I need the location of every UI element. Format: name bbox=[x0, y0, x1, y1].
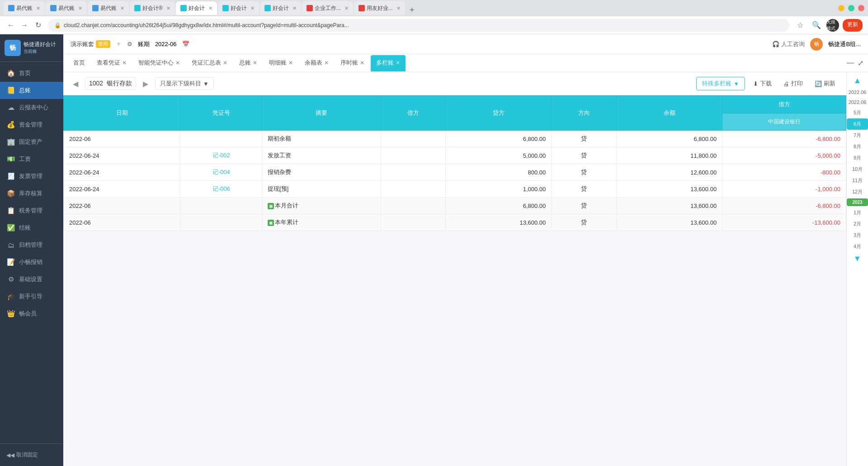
tab-close-2[interactable]: ✕ bbox=[120, 5, 124, 11]
page-tab-label-voucher-summary: 凭证汇总表 bbox=[192, 59, 221, 67]
sidebar-item-fixed-assets[interactable]: 🏢 固定资产 bbox=[0, 133, 63, 151]
tab-close-3[interactable]: ✕ bbox=[166, 5, 170, 11]
timeline-7月[interactable]: 7月 bbox=[847, 130, 868, 141]
next-account-button[interactable]: ▶ bbox=[141, 79, 151, 89]
page-tab-smart-voucher[interactable]: 智能凭证中心 ✕ bbox=[133, 55, 185, 71]
sidebar-item-funds[interactable]: 💰 资金管理 bbox=[0, 116, 63, 133]
page-tab-close-general[interactable]: ✕ bbox=[253, 60, 257, 66]
maximize-button[interactable] bbox=[848, 5, 854, 11]
page-tab-voucher-summary[interactable]: 凭证汇总表 ✕ bbox=[186, 55, 233, 71]
browser-tab-3[interactable]: 好会计® ✕ bbox=[130, 1, 175, 15]
page-tab-close-balance[interactable]: ✕ bbox=[324, 60, 329, 66]
cell-voucher-2[interactable]: 记-004 bbox=[180, 164, 262, 181]
tab-expand-icon[interactable]: ⤢ bbox=[858, 59, 863, 67]
browser-tab-2[interactable]: 易代账 ✕ bbox=[88, 1, 129, 15]
sidebar-item-close-period[interactable]: ✅ 结账 bbox=[0, 219, 63, 236]
reload-button[interactable]: ↻ bbox=[33, 20, 43, 31]
tab-close-4[interactable]: ✕ bbox=[208, 5, 212, 11]
timeline-2023-3月[interactable]: 3月 bbox=[847, 230, 868, 241]
timeline-2023-1月[interactable]: 1月 bbox=[847, 207, 868, 218]
top-bar: 演示账套 禁用 ▼ ⚙ 账期 2022-06 📅 🎧 人工咨询 畅 畅捷通B组.… bbox=[63, 34, 868, 54]
back-button[interactable]: ← bbox=[5, 20, 16, 31]
sidebar-item-inventory[interactable]: 📦 库存核算 bbox=[0, 185, 63, 202]
timeline-12月[interactable]: 12月 bbox=[847, 186, 868, 198]
minimize-button[interactable] bbox=[838, 5, 844, 11]
browser-tab-8[interactable]: 用友好业... ✕ bbox=[354, 1, 405, 15]
voucher-link-1[interactable]: 记-002 bbox=[212, 152, 230, 159]
sidebar-item-expense[interactable]: 📝 小畅报销 bbox=[0, 254, 63, 271]
help-button[interactable]: 🎧 人工咨询 bbox=[772, 40, 805, 48]
voucher-link-2[interactable]: 记-004 bbox=[212, 169, 230, 175]
sidebar-item-archive[interactable]: 🗂 归档管理 bbox=[0, 236, 63, 254]
page-tab-journal[interactable]: 序时账 ✕ bbox=[335, 55, 370, 71]
close-button[interactable] bbox=[858, 5, 864, 11]
page-tab-multi-col[interactable]: 多栏账 ✕ bbox=[371, 55, 406, 71]
browser-tab-0[interactable]: 易代账 ✕ bbox=[4, 1, 45, 15]
sidebar-item-ledger[interactable]: 📒 总账 bbox=[0, 82, 63, 99]
settings-gear-icon[interactable]: ⚙ bbox=[127, 41, 132, 47]
update-button[interactable]: 更新 bbox=[843, 19, 863, 32]
unpin-button[interactable]: ◀◀ 取消固定 bbox=[5, 448, 59, 461]
sidebar-item-invoice[interactable]: 🧾 发票管理 bbox=[0, 168, 63, 185]
page-tab-detail[interactable]: 明细账 ✕ bbox=[264, 55, 298, 71]
tab-close-0[interactable]: ✕ bbox=[36, 5, 40, 11]
timeline-11月[interactable]: 11月 bbox=[847, 175, 868, 186]
browser-tab-5[interactable]: 好会计 ✕ bbox=[218, 1, 259, 15]
page-tab-balance[interactable]: 余额表 ✕ bbox=[299, 55, 334, 71]
timeline-down-button[interactable]: ▼ bbox=[852, 252, 863, 265]
url-bar[interactable]: 🔒 cloud2.chanjet.com/accounting/uh26t264… bbox=[48, 19, 789, 32]
print-button[interactable]: 🖨 打印 bbox=[780, 78, 807, 89]
cell-voucher-3[interactable]: 记-006 bbox=[180, 181, 262, 198]
incognito-button[interactable]: 无痕模式 bbox=[826, 19, 839, 32]
tab-close-7[interactable]: ✕ bbox=[344, 5, 349, 11]
voucher-link-3[interactable]: 记-006 bbox=[212, 185, 230, 192]
sidebar-item-guide[interactable]: 🎓 新手引导 bbox=[0, 288, 63, 305]
sidebar-item-cloud-reports[interactable]: ☁ 云报表中心 bbox=[0, 99, 63, 116]
timeline-8月[interactable]: 8月 bbox=[847, 141, 868, 152]
browser-tab-7[interactable]: 企业工作... ✕ bbox=[302, 1, 353, 15]
search-icon[interactable]: 🔍 bbox=[810, 19, 823, 32]
browser-tab-6[interactable]: 好会计 ✕ bbox=[260, 1, 301, 15]
timeline-6月[interactable]: 6月 bbox=[847, 118, 868, 130]
cell-voucher-1[interactable]: 记-002 bbox=[180, 147, 262, 164]
tab-close-6[interactable]: ✕ bbox=[292, 5, 297, 11]
sidebar-item-member[interactable]: 👑 畅会员 bbox=[0, 305, 63, 322]
timeline-2022-06-second[interactable]: 2022.06 bbox=[847, 97, 868, 107]
tab-close-8[interactable]: ✕ bbox=[396, 5, 401, 11]
page-tab-close-smart[interactable]: ✕ bbox=[175, 60, 180, 66]
prev-account-button[interactable]: ◀ bbox=[71, 79, 80, 89]
page-tab-close-journal[interactable]: ✕ bbox=[360, 60, 364, 66]
page-tab-close-voucher[interactable]: ✕ bbox=[122, 60, 127, 66]
sidebar-item-settings[interactable]: ⚙ 基础设置 bbox=[0, 271, 63, 288]
download-button[interactable]: ⬇ 下载 bbox=[750, 78, 775, 89]
sidebar-item-tax[interactable]: 📋 税务管理 bbox=[0, 202, 63, 219]
page-tab-home[interactable]: 首页 bbox=[68, 55, 90, 71]
new-tab-button[interactable]: + bbox=[406, 5, 418, 15]
tab-close-5[interactable]: ✕ bbox=[250, 5, 255, 11]
timeline-9月[interactable]: 9月 bbox=[847, 152, 868, 164]
timeline-10月[interactable]: 10月 bbox=[847, 164, 868, 175]
page-tab-close-detail[interactable]: ✕ bbox=[288, 60, 293, 66]
refresh-button[interactable]: 🔄 刷新 bbox=[811, 78, 839, 89]
page-tab-close-multi[interactable]: ✕ bbox=[396, 60, 400, 66]
bookmark-icon[interactable]: ☆ bbox=[794, 19, 807, 32]
timeline-up-button[interactable]: ▲ bbox=[852, 74, 863, 87]
sidebar-item-home[interactable]: 🏠 首页 bbox=[0, 65, 63, 82]
forward-button[interactable]: → bbox=[19, 20, 30, 31]
tab-close-1[interactable]: ✕ bbox=[78, 5, 82, 11]
account-selector[interactable]: 1002 银行存款 bbox=[85, 77, 136, 90]
filter-button[interactable]: 只显示下级科目 ▼ bbox=[155, 77, 214, 90]
page-tab-close-voucher-summary[interactable]: ✕ bbox=[223, 60, 227, 66]
timeline-5月[interactable]: 5月 bbox=[847, 107, 868, 118]
calendar-icon[interactable]: 📅 bbox=[182, 41, 189, 47]
timeline-2023-2月[interactable]: 2月 bbox=[847, 218, 868, 230]
timeline-2023-4月[interactable]: 4月 bbox=[847, 241, 868, 252]
browser-tab-4[interactable]: 好会计 ✕ bbox=[176, 1, 217, 15]
page-tab-voucher[interactable]: 查看凭证 ✕ bbox=[91, 55, 132, 71]
page-tab-general-ledger[interactable]: 总账 ✕ bbox=[234, 55, 263, 71]
sidebar-item-payroll[interactable]: 💵 工资 bbox=[0, 151, 63, 168]
timeline-2022-06-first[interactable]: 2022.06 bbox=[847, 87, 868, 97]
tab-minimize-icon[interactable]: — bbox=[847, 59, 854, 67]
browser-tab-1[interactable]: 易代账 ✕ bbox=[46, 1, 87, 15]
multi-col-button[interactable]: 特殊多栏账 ▼ bbox=[696, 77, 745, 90]
